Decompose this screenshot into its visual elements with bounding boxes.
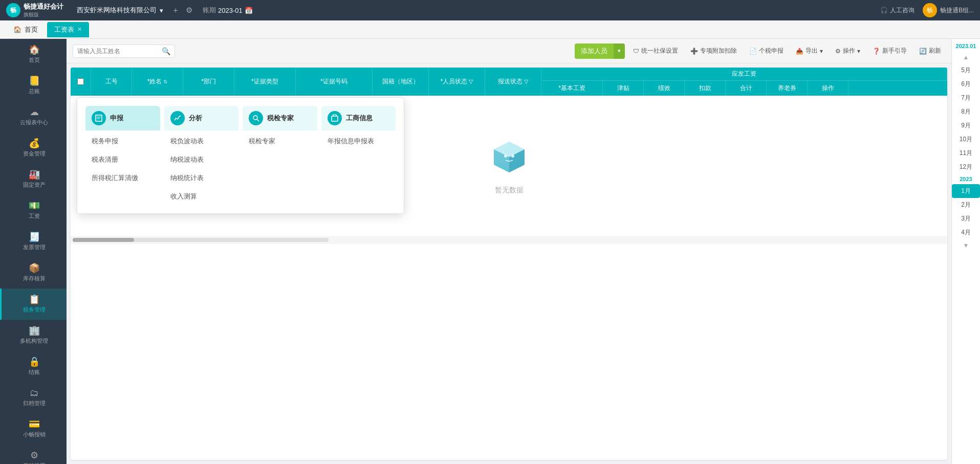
month-7[interactable]: 7月	[952, 91, 980, 105]
add-icon[interactable]: ＋	[171, 5, 180, 16]
item-tax-annual-settle-label: 所得税汇算清缴	[92, 174, 138, 182]
month-12[interactable]: 12月	[952, 160, 980, 174]
month-3-label: 3月	[961, 215, 971, 222]
svg-point-4	[504, 154, 507, 158]
category-header-analysis[interactable]: 分析	[164, 106, 239, 130]
sidebar-item-multiorg[interactable]: 🏢 多机构管理	[0, 320, 67, 351]
item-tax-filing[interactable]: 税务申报	[85, 132, 160, 150]
tax-icon: 📋	[29, 295, 40, 304]
th-status[interactable]: *人员状态 ▽	[429, 68, 485, 96]
company-selector[interactable]: 西安虾米网络科技有限公司 ▾	[73, 4, 167, 17]
item-tax-flow[interactable]: 纳税波动表	[164, 151, 239, 168]
month-2[interactable]: 2月	[952, 198, 980, 212]
item-income-calc[interactable]: 收入测算	[164, 188, 239, 205]
sidebar-item-archive[interactable]: 🗂 归档管理	[0, 382, 67, 413]
sidebar-item-funds[interactable]: 💰 资金管理	[0, 132, 67, 164]
search-input[interactable]	[77, 48, 159, 55]
item-tax-form-list[interactable]: 税表清册	[85, 151, 160, 168]
th-total-label: 合计	[740, 84, 752, 93]
sidebar-item-tax[interactable]: 📋 税务管理	[0, 289, 67, 320]
tax-declaration-button[interactable]: 📄 个税申报	[745, 45, 788, 57]
category-header-taxexpert[interactable]: 税检专家	[243, 106, 317, 130]
logo-area: 畅 畅捷通好会计 旗舰版	[6, 2, 73, 18]
sidebar-item-home[interactable]: 🏠 首页	[0, 39, 67, 70]
sidebar-item-cloud[interactable]: ☁ 云报表中心	[0, 101, 67, 132]
tab-close-icon[interactable]: ✕	[77, 26, 82, 33]
th-country-label: 国籍（地区）	[382, 77, 419, 86]
shenba-items: 税务申报 税表清册 所得税汇算清缴	[85, 132, 160, 187]
social-security-button[interactable]: 🛡 统一社保设置	[629, 45, 682, 57]
export-button[interactable]: 📤 导出 ▾	[792, 45, 827, 57]
svg-point-5	[511, 154, 514, 158]
sidebar-item-salary[interactable]: 💵 工资	[0, 195, 67, 226]
scroll-track[interactable]	[73, 238, 329, 242]
month-5[interactable]: 5月	[952, 63, 980, 77]
sidebar-item-ledger[interactable]: 📒 总账	[0, 70, 67, 101]
month-1[interactable]: 1月	[952, 184, 980, 198]
month-9[interactable]: 9月	[952, 119, 980, 132]
category-header-shenba[interactable]: 申报	[85, 106, 160, 130]
th-report-status[interactable]: 报送状态 ▽	[485, 68, 541, 96]
panel-nav-down[interactable]: ▼	[959, 240, 973, 251]
th-allowance-label: 津贴	[617, 84, 629, 93]
add-person-button[interactable]: 添加人员	[575, 43, 614, 59]
multiorg-icon: 🏢	[29, 326, 40, 335]
period-calendar-icon[interactable]: 📅	[245, 7, 253, 14]
user-avatar-area[interactable]: 畅 畅捷通B组...	[923, 3, 974, 17]
sidebar-item-assets[interactable]: 🏭 固定资产	[0, 164, 67, 195]
sidebar-item-xiaochang[interactable]: 💳 小畅报销	[0, 413, 67, 445]
sidebar-item-stock[interactable]: 📦 库存核算	[0, 257, 67, 289]
content-area: 🔍 添加人员 ▾ 🛡 统一社保设置 ➕ 专项附加扣除 📄 个税申报	[67, 39, 951, 464]
settings-gear-icon[interactable]: ⚙	[186, 6, 192, 15]
th-deduction: 扣款	[685, 81, 726, 96]
year-2023-label: 2023	[952, 174, 980, 184]
month-11[interactable]: 11月	[952, 146, 980, 160]
month-10[interactable]: 10月	[952, 132, 980, 146]
select-all-checkbox[interactable]	[77, 78, 84, 85]
month-4[interactable]: 4月	[952, 226, 980, 239]
th-pension-label: 养老券	[778, 84, 796, 93]
th-name[interactable]: *姓名 ⇅	[132, 68, 183, 96]
month-10-label: 10月	[960, 136, 972, 143]
panel-nav-up[interactable]: ▲	[959, 52, 973, 62]
operations-button[interactable]: ⚙ 操作 ▾	[831, 45, 864, 57]
item-income-calc-label: 收入测算	[170, 192, 197, 200]
user-name: 畅捷通B组...	[940, 6, 974, 15]
period-info: 账期 2023-01 📅	[203, 6, 253, 15]
ai-consult-button[interactable]: 🎧 人工咨询	[880, 6, 914, 15]
top-header: 畅 畅捷通好会计 旗舰版 西安虾米网络科技有限公司 ▾ ＋ ⚙ 账期 2023-…	[0, 0, 980, 20]
sidebar-item-invoice[interactable]: 🧾 发票管理	[0, 226, 67, 257]
scroll-thumb[interactable]	[73, 238, 134, 242]
tab-salary[interactable]: 工资表 ✕	[47, 22, 89, 37]
sidebar-item-close[interactable]: 🔒 结账	[0, 351, 67, 382]
bizinfo-icon	[328, 111, 342, 125]
special-deduction-button[interactable]: ➕ 专项附加扣除	[686, 45, 741, 57]
item-tax-annual-settle[interactable]: 所得税汇算清缴	[85, 169, 160, 187]
scroll-bar-bottom[interactable]	[71, 236, 947, 244]
th-performance: 绩效	[644, 81, 685, 96]
month-8[interactable]: 8月	[952, 105, 980, 119]
category-header-bizinfo[interactable]: 工商信息	[321, 106, 396, 130]
month-3[interactable]: 3月	[952, 212, 980, 226]
add-person-group: 添加人员 ▾	[575, 43, 625, 59]
add-person-dropdown-button[interactable]: ▾	[614, 43, 625, 59]
refresh-label: 刷新	[929, 47, 941, 55]
item-taxexpert[interactable]: 税检专家	[243, 132, 317, 150]
sidebar-item-settings[interactable]: ⚙ 基础设置	[0, 445, 67, 464]
th-checkbox[interactable]	[71, 68, 91, 96]
dropdown-category-analysis: 分析 税负波动表 纳税波动表 纳税统计表	[164, 106, 239, 205]
month-6[interactable]: 6月	[952, 77, 980, 91]
taxexpert-title: 税检专家	[267, 114, 294, 123]
new-guide-button[interactable]: ❓ 新手引导	[868, 45, 911, 57]
tab-home[interactable]: 🏠 首页	[6, 22, 45, 37]
tab-bar: 🏠 首页 工资表 ✕	[0, 20, 980, 39]
header-actions: 🎧 人工咨询 畅 畅捷通B组...	[880, 3, 974, 17]
item-annual-report[interactable]: 年报信息申报表	[321, 132, 396, 150]
refresh-button[interactable]: 🔄 刷新	[915, 45, 945, 57]
th-idtype: *证据类型	[234, 68, 296, 96]
th-performance-label: 绩效	[658, 84, 670, 93]
social-security-label: 统一社保设置	[641, 47, 678, 55]
funds-icon: 💰	[29, 139, 40, 148]
item-tax-stat[interactable]: 纳税统计表	[164, 169, 239, 187]
item-tax-burden[interactable]: 税负波动表	[164, 132, 239, 150]
